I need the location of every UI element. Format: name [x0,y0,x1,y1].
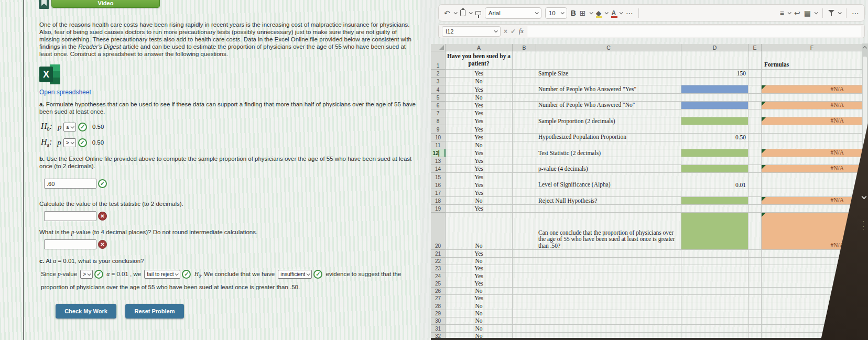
cell-A20[interactable]: No [446,213,513,250]
cell-D5[interactable] [681,94,748,102]
merge-cells-icon[interactable]: ▦ [804,9,811,17]
cell-D14[interactable] [681,165,748,173]
cell-F27[interactable] [762,295,863,302]
cell-A19[interactable]: Yes [446,205,513,213]
cell-E20[interactable] [748,213,762,250]
cell-F19[interactable] [762,205,863,213]
cell-C26[interactable] [536,288,681,295]
cell-D17[interactable] [681,189,748,197]
cell-D21[interactable] [681,250,748,257]
cell-A30[interactable]: No [446,317,513,325]
cell-F1[interactable]: Formulas [762,51,863,70]
cell-B29[interactable] [513,310,536,317]
row-header-31[interactable]: 31 [431,325,446,332]
cell-B16[interactable] [513,181,536,189]
cell-E7[interactable] [748,109,762,117]
cell-F6[interactable]: #N/A [762,102,863,109]
cell-C15[interactable] [536,173,681,181]
cell-F9[interactable] [762,125,863,133]
row-header-27[interactable]: 27 [431,295,446,302]
cell-D28[interactable] [681,302,748,310]
cell-D13[interactable] [681,157,748,165]
cell-F5[interactable] [762,94,863,102]
cell-E12[interactable] [748,149,762,157]
column-header-F[interactable]: F [762,44,863,51]
cell-A3[interactable]: No [446,78,513,85]
column-header-B[interactable]: B [513,44,536,51]
cell-F7[interactable] [762,109,863,117]
cell-B21[interactable] [513,250,536,257]
cell-A10[interactable]: Yes [446,134,513,141]
format-painter-icon[interactable] [475,11,481,15]
cell-C16[interactable]: Level of Significance (Alpha) [536,181,681,189]
cell-B26[interactable] [513,288,536,295]
cell-B22[interactable] [513,258,536,265]
cell-B27[interactable] [513,295,536,302]
insert-function-icon[interactable]: fx [519,27,524,35]
cell-D18[interactable] [681,197,748,205]
cell-D25[interactable] [681,280,748,288]
borders-icon[interactable]: ⊞ [580,9,586,17]
cell-E3[interactable] [748,78,762,85]
cell-F18[interactable]: #N/A [762,197,863,205]
cell-B10[interactable] [513,134,536,141]
cell-E26[interactable] [748,288,762,295]
sort-filter-icon[interactable] [828,9,834,16]
cell-D29[interactable] [681,310,748,317]
chevron-down-icon[interactable] [605,10,609,14]
cell-F29[interactable] [762,310,863,317]
cell-E21[interactable] [748,250,762,257]
cell-E23[interactable] [748,265,762,272]
cell-A13[interactable]: Yes [446,157,513,165]
h0-operator-dropdown[interactable]: ≤ [63,123,76,131]
open-spreadsheet-link[interactable]: Open spreadsheet [39,89,91,96]
chevron-down-icon[interactable] [838,10,842,14]
cell-A2[interactable]: Yes [446,70,513,78]
cell-F12[interactable]: #N/A [762,149,863,157]
cell-C11[interactable] [536,141,681,149]
cell-C5[interactable] [536,94,681,102]
row-header-3[interactable]: 3 [431,78,446,85]
cell-D24[interactable] [681,272,748,280]
cell-B20[interactable] [513,213,536,250]
cell-E9[interactable] [748,125,762,133]
cell-B18[interactable] [513,197,536,205]
row-header-7[interactable]: 7 [431,109,446,117]
cell-D15[interactable] [681,173,748,181]
cell-C31[interactable] [536,325,681,332]
cell-E2[interactable] [748,70,762,78]
name-box[interactable]: I12 [442,26,501,37]
cell-C22[interactable] [536,258,681,265]
cell-C3[interactable] [536,78,681,85]
cell-E1[interactable] [748,51,762,70]
cell-B8[interactable] [513,117,536,125]
cell-C13[interactable] [536,157,681,165]
cell-A27[interactable]: Yes [446,295,513,302]
cell-B25[interactable] [513,280,536,288]
cell-F15[interactable] [762,173,863,181]
evidence-dropdown[interactable]: insufficient [278,270,312,279]
cell-B17[interactable] [513,189,536,197]
cell-F24[interactable] [762,272,863,280]
cell-F30[interactable] [762,317,863,325]
row-header-17[interactable]: 17 [431,189,446,197]
cell-D23[interactable] [681,265,748,272]
row-header-11[interactable]: 11 [431,141,446,149]
cell-A21[interactable]: Yes [446,250,513,257]
video-button[interactable]: Video [51,0,160,8]
cell-E24[interactable] [748,272,762,280]
row-header-5[interactable]: 5 [431,94,446,102]
cell-E10[interactable] [748,134,762,141]
cell-E27[interactable] [748,295,762,302]
cell-D1[interactable] [681,51,748,70]
cell-C7[interactable] [536,109,681,117]
ha-operator-dropdown[interactable]: > [63,138,76,147]
cell-F22[interactable] [762,258,863,265]
cell-B11[interactable] [513,141,536,149]
row-header-26[interactable]: 26 [431,288,446,295]
scrollbar-thumb[interactable] [863,57,867,188]
cell-D3[interactable] [681,78,748,85]
decision-dropdown[interactable]: fail to reject [144,270,180,279]
cell-C12[interactable]: Test Statistic (2 decimals) [536,149,681,157]
cell-A9[interactable]: Yes [446,125,513,133]
